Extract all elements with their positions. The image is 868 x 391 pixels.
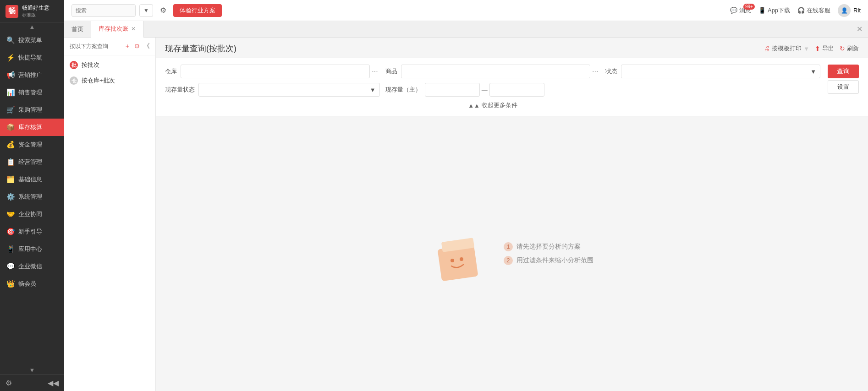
- sidebar-item-label: 采购管理: [18, 106, 42, 114]
- filter-row-1: 仓库 ··· 商品 ··· 状态: [165, 65, 820, 78]
- left-panel-title: 按以下方案查询: [70, 43, 108, 50]
- system-icon: ⚙️: [6, 193, 15, 201]
- stock-status-dropdown-icon: ▼: [370, 87, 376, 93]
- industry-btn[interactable]: 体验行业方案: [173, 4, 222, 17]
- wechat-icon: 💬: [6, 262, 15, 271]
- status-select[interactable]: ▼: [621, 65, 820, 78]
- sidebar-item-marketing[interactable]: 📢 营销推广: [0, 66, 64, 84]
- scheme-settings-icon[interactable]: ⊙: [134, 42, 140, 50]
- tip-num-2: 2: [504, 256, 513, 265]
- search-input[interactable]: [71, 4, 136, 17]
- sidebar-nav: 🔍 搜索菜单 ⚡ 快捷导航 📢 营销推广 📊 销售管理 🛒 采购管理 📦 库存核…: [0, 32, 64, 365]
- app-edition: 标准版: [22, 12, 49, 18]
- collapse-left-icon[interactable]: 《: [143, 42, 150, 50]
- tip-num-1: 1: [504, 242, 513, 251]
- settings-icon[interactable]: ⚙: [5, 379, 12, 387]
- sidebar-footer: ⚙ ◀◀: [0, 375, 64, 391]
- sidebar-item-search-menu[interactable]: 🔍 搜索菜单: [0, 32, 64, 49]
- app-download-icon: 📱: [758, 7, 766, 14]
- sales-icon: 📊: [6, 88, 15, 97]
- left-panel-icons: ＋ ⊙ 《: [124, 42, 150, 50]
- collapse-up-icon: ▲▲: [468, 102, 480, 109]
- sidebar-item-basic[interactable]: 🗂️ 基础信息: [0, 171, 64, 188]
- status-filter: 状态 ▼: [605, 65, 820, 78]
- sidebar-item-operation[interactable]: 📋 经营管理: [0, 153, 64, 171]
- print-dropdown-icon[interactable]: ▼: [803, 45, 809, 52]
- collapse-label: 收起更多条件: [482, 101, 517, 109]
- add-scheme-icon[interactable]: ＋: [124, 42, 131, 50]
- refresh-btn[interactable]: ↻ 刷新: [840, 44, 859, 53]
- tab-close-icon[interactable]: ✕: [131, 26, 136, 32]
- stock-status-label: 现存量状态: [165, 86, 195, 94]
- stock-status-select[interactable]: ▼: [198, 83, 380, 97]
- left-panel-list: 批 按批次 仓 按仓库+批次: [64, 55, 155, 391]
- product-dots-btn[interactable]: ···: [590, 67, 600, 76]
- sidebar-item-newbie[interactable]: 🎯 新手引导: [0, 223, 64, 240]
- online-service-btn[interactable]: 🎧 在线客服: [797, 6, 830, 15]
- topbar-gear-icon[interactable]: ⚙: [157, 4, 170, 17]
- sidebar-item-quick-nav[interactable]: ⚡ 快捷导航: [0, 49, 64, 66]
- collapse-more-btn[interactable]: ▲▲ 收起更多条件: [165, 101, 820, 109]
- sidebar-item-label: 营销推广: [18, 71, 42, 79]
- warehouse-dots-btn[interactable]: ···: [370, 67, 379, 76]
- sidebar-item-sales[interactable]: 📊 销售管理: [0, 84, 64, 101]
- close-icon: ✕: [857, 25, 863, 33]
- member-icon: 👑: [6, 280, 15, 288]
- marketing-icon: 📢: [6, 71, 15, 79]
- sidebar-item-label: 库存核算: [18, 123, 42, 131]
- collapse-sidebar-icon[interactable]: ◀◀: [48, 379, 59, 387]
- message-btn[interactable]: 💬 消息 99+: [730, 6, 751, 15]
- list-item-by-warehouse-batch[interactable]: 仓 按仓库+批次: [64, 73, 155, 88]
- tip-item-1: 1 请先选择要分析的方案: [504, 242, 593, 251]
- product-input[interactable]: [401, 65, 590, 78]
- settings-button[interactable]: 设置: [828, 80, 859, 94]
- sidebar-item-label: 经营管理: [18, 158, 42, 166]
- close-panel-btn[interactable]: ✕: [851, 25, 868, 33]
- sidebar-item-system[interactable]: ⚙️ 系统管理: [0, 188, 64, 206]
- app-download-btn[interactable]: 📱 App下载: [758, 6, 790, 15]
- tab-inventory-batch-label: 库存批次账: [99, 25, 128, 33]
- stock-status-filter: 现存量状态 ▼: [165, 83, 380, 97]
- print-label: 按模板打印: [772, 44, 802, 53]
- sidebar-item-wechat[interactable]: 💬 企业微信: [0, 258, 64, 275]
- sidebar-item-member[interactable]: 👑 畅会员: [0, 275, 64, 293]
- enterprise-icon: 🤝: [6, 210, 15, 218]
- status-dropdown-icon: ▼: [810, 68, 816, 75]
- sidebar-scroll-up[interactable]: ▲: [0, 22, 64, 32]
- query-button[interactable]: 查询: [828, 65, 859, 78]
- empty-tips: 1 请先选择要分析的方案 2 用过滤条件来缩小分析范围: [504, 242, 593, 265]
- stock-qty-min-input[interactable]: [425, 83, 480, 97]
- tab-inventory-batch[interactable]: 库存批次账 ✕: [91, 21, 143, 38]
- sidebar-item-finance[interactable]: 💰 资金管理: [0, 136, 64, 153]
- sidebar-header: 畅 畅通好生意 标准版: [0, 0, 64, 22]
- stock-qty-max-input[interactable]: [489, 83, 544, 97]
- topbar-dropdown-button[interactable]: ▼: [139, 4, 153, 17]
- filter-row-2: 现存量状态 ▼ 现存量（主） —: [165, 83, 820, 97]
- filter-area: 仓库 ··· 商品 ··· 状态: [156, 58, 868, 116]
- export-icon: ⬆: [815, 45, 820, 52]
- tab-home[interactable]: 首页: [64, 22, 91, 37]
- sidebar-item-apps[interactable]: 📱 应用中心: [0, 240, 64, 258]
- sidebar-item-purchase[interactable]: 🛒 采购管理: [0, 101, 64, 119]
- message-icon: 💬: [730, 7, 737, 14]
- sidebar-item-inventory[interactable]: 📦 库存核算: [0, 119, 64, 136]
- sidebar-item-enterprise[interactable]: 🤝 企业协同: [0, 206, 64, 223]
- list-item-by-batch[interactable]: 批 按批次: [64, 57, 155, 73]
- warehouse-label: 仓库: [165, 67, 177, 76]
- batch-dot: 批: [70, 61, 78, 69]
- list-item-warehouse-batch-label: 按仓库+批次: [82, 76, 115, 85]
- print-btn[interactable]: 🖨 按模板打印 ▼: [764, 44, 809, 53]
- main-area: ▼ ⚙ 体验行业方案 💬 消息 99+ 📱 App下载 🎧 在线客服 👤 Rit: [64, 0, 868, 391]
- export-btn[interactable]: ⬆ 导出: [815, 44, 834, 53]
- right-panel: 现存量查询(按批次) 🖨 按模板打印 ▼ ⬆ 导出 ↻ 刷新: [156, 38, 868, 391]
- headset-icon: 🎧: [797, 7, 805, 14]
- user-menu[interactable]: 👤 Rit: [838, 4, 861, 17]
- avatar: 👤: [838, 4, 851, 17]
- page-header-actions: 🖨 按模板打印 ▼ ⬆ 导出 ↻ 刷新: [764, 44, 859, 53]
- product-label: 商品: [385, 67, 397, 76]
- warehouse-input[interactable]: [181, 65, 370, 78]
- topbar: ▼ ⚙ 体验行业方案 💬 消息 99+ 📱 App下载 🎧 在线客服 👤 Rit: [64, 0, 868, 21]
- sidebar-item-label: 搜索菜单: [18, 36, 42, 44]
- sidebar-scroll-down[interactable]: ▼: [0, 365, 64, 375]
- refresh-label: 刷新: [847, 44, 859, 53]
